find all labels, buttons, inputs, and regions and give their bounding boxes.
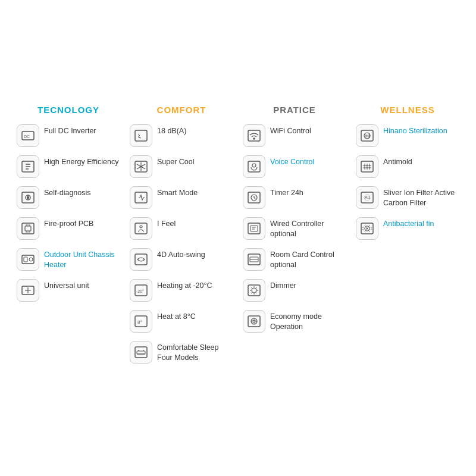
column-pratice: PRATICE WiFi Control xyxy=(238,105,351,372)
feature-timer: Timer 24h xyxy=(243,186,346,209)
feature-text-universal: Universal unit xyxy=(44,279,89,292)
icon-universal xyxy=(17,279,39,302)
feature-text-dimmer: Dimmer xyxy=(270,279,296,292)
feature-full-dc: DC Full DC Inverter xyxy=(17,124,120,147)
icon-ifeel xyxy=(130,217,152,240)
feature-text-full-dc: Full DC Inverter xyxy=(44,124,96,137)
feature-antimold: Antimold xyxy=(356,155,459,178)
icon-swing xyxy=(130,248,152,271)
svg-rect-18 xyxy=(135,254,147,265)
feature-antibac: Antibacterial fin xyxy=(356,217,459,240)
feature-text-voice: Voice Control xyxy=(270,155,314,168)
icon-heat20: -20° xyxy=(130,279,152,302)
feature-text-smart: Smart Mode xyxy=(157,186,198,199)
feature-text-ifeel: I Feel xyxy=(157,217,176,230)
icon-timer xyxy=(243,186,265,209)
feature-text-supercool: Super Cool xyxy=(157,155,195,168)
features-grid: TECNOLOGY DC Full DC Inverter xyxy=(6,93,470,384)
svg-rect-12 xyxy=(135,130,147,141)
icon-wired xyxy=(243,217,265,240)
feature-outdoor: Outdoor Unit Chassis Heater xyxy=(17,248,120,271)
svg-text:Hi: Hi xyxy=(365,133,370,139)
feature-text-outdoor: Outdoor Unit Chassis Heater xyxy=(44,248,120,271)
icon-card xyxy=(243,248,265,271)
icon-hinano: Hi xyxy=(356,124,378,147)
icon-sleep xyxy=(130,341,152,364)
icon-energy xyxy=(17,155,39,178)
feature-text-db: 18 dB(A) xyxy=(157,124,186,137)
feature-wired: Wired Controller optional xyxy=(243,217,346,240)
icon-heat8: 8° xyxy=(130,310,152,333)
feature-text-heat20: Heating at -20°C xyxy=(157,279,212,292)
feature-text-energy: High Energy Efficiency xyxy=(44,155,119,168)
svg-text:DC: DC xyxy=(24,134,30,139)
feature-text-antibac: Antibacterial fin xyxy=(383,217,434,230)
svg-point-5 xyxy=(27,196,29,198)
icon-silver: Au xyxy=(356,186,378,209)
column-comfort: COMFORT 18 dB(A) xyxy=(125,105,238,372)
comfort-title: COMFORT xyxy=(130,105,233,115)
feature-text-card: Room Card Control optional xyxy=(270,248,346,271)
wellness-title: WELLNESS xyxy=(356,105,459,115)
feature-text-timer: Timer 24h xyxy=(270,186,303,199)
feature-smart: Smart Mode xyxy=(130,186,233,209)
svg-rect-9 xyxy=(24,257,27,262)
svg-point-17 xyxy=(140,226,142,228)
feature-text-heat8: Heat at 8°C xyxy=(157,310,196,322)
icon-db xyxy=(130,124,152,147)
feature-selfdiag: Self-diagnosis xyxy=(17,186,120,209)
feature-text-silver: Sliver Ion Filter Active Carbon Filter xyxy=(383,186,459,209)
feature-voice: Voice Control xyxy=(243,155,346,178)
feature-text-antimold: Antimold xyxy=(383,155,412,168)
feature-dimmer: Dimmer xyxy=(243,279,346,302)
feature-heat20: -20° Heating at -20°C xyxy=(130,279,233,302)
feature-text-wired: Wired Controller optional xyxy=(270,217,346,240)
icon-antibac xyxy=(356,217,378,240)
icon-supercool xyxy=(130,155,152,178)
svg-text:8°: 8° xyxy=(137,320,142,325)
feature-text-sleep: Comfortable Sleep Four Models xyxy=(157,341,233,364)
feature-swing: 4D Auto-swing xyxy=(130,248,233,271)
icon-wifi xyxy=(243,124,265,147)
feature-heat8: 8° Heat at 8°C xyxy=(130,310,233,333)
feature-energy: High Energy Efficiency xyxy=(17,155,120,178)
svg-rect-31 xyxy=(248,223,260,234)
icon-dc: DC xyxy=(17,124,39,147)
main-container: TECNOLOGY DC Full DC Inverter xyxy=(0,0,476,476)
icon-voice xyxy=(243,155,265,178)
svg-rect-32 xyxy=(250,226,258,231)
feature-text-economy: Economy mode Operation xyxy=(270,310,346,333)
svg-rect-7 xyxy=(25,226,31,231)
tecnology-title: TECNOLOGY xyxy=(17,105,120,115)
feature-supercool: Super Cool xyxy=(130,155,233,178)
column-wellness: WELLNESS Hi Hinano Sterilization xyxy=(351,105,464,372)
icon-dimmer xyxy=(243,279,265,302)
icon-economy xyxy=(243,310,265,333)
svg-point-26 xyxy=(253,138,255,139)
feature-text-pcb: Fire-proof PCB xyxy=(44,217,93,230)
svg-rect-24 xyxy=(137,351,145,354)
svg-point-28 xyxy=(252,164,256,167)
feature-text-hinano: Hinano Sterilization xyxy=(383,124,447,137)
feature-pcb: Fire-proof PCB xyxy=(17,217,120,240)
icon-smart xyxy=(130,186,152,209)
svg-rect-15 xyxy=(135,192,147,203)
icon-selfdiag xyxy=(17,186,39,209)
feature-hinano: Hi Hinano Sterilization xyxy=(356,124,459,147)
icon-outdoor xyxy=(17,248,39,271)
svg-text:-20°: -20° xyxy=(136,289,144,293)
feature-text-wifi: WiFi Control xyxy=(270,124,311,137)
pratice-title: PRATICE xyxy=(243,105,346,115)
svg-text:Au: Au xyxy=(365,195,370,199)
svg-point-36 xyxy=(252,288,256,293)
feature-universal: Universal unit xyxy=(17,279,120,302)
column-tecnology: TECNOLOGY DC Full DC Inverter xyxy=(12,105,125,372)
svg-rect-16 xyxy=(135,223,147,234)
feature-text-selfdiag: Self-diagnosis xyxy=(44,186,91,199)
icon-antimold xyxy=(356,155,378,178)
feature-silver: Au Sliver Ion Filter Active Carbon Filte… xyxy=(356,186,459,209)
feature-economy: Economy mode Operation xyxy=(243,310,346,333)
svg-point-10 xyxy=(29,258,33,261)
icon-pcb xyxy=(17,217,39,240)
feature-card: Room Card Control optional xyxy=(243,248,346,271)
